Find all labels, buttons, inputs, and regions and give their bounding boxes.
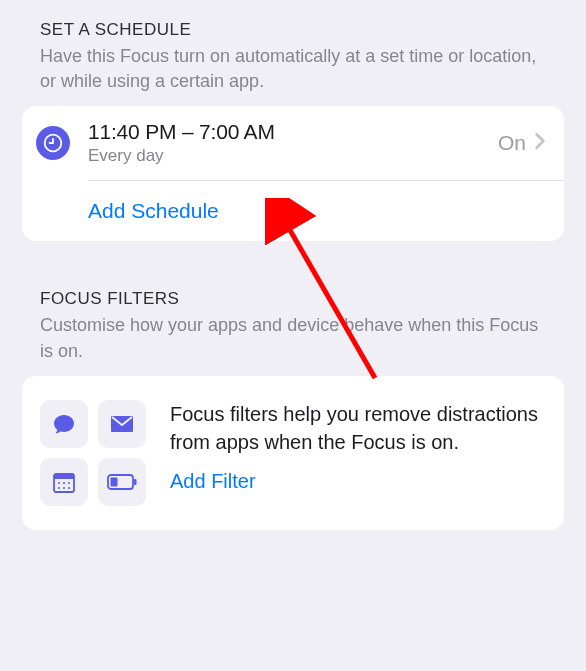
schedule-section-description: Have this Focus turn on automatically at… [40,44,546,94]
schedule-time-range: 11:40 PM – 7:00 AM [88,120,498,144]
schedule-section-header: SET A SCHEDULE Have this Focus turn on a… [22,20,564,94]
filters-section-header: FOCUS FILTERS Customise how your apps an… [22,289,564,363]
filters-card: Focus filters help you remove distractio… [22,376,564,530]
add-schedule-link: Add Schedule [88,199,219,222]
svg-point-5 [63,482,65,484]
schedule-info: 11:40 PM – 7:00 AM Every day [88,120,498,166]
svg-point-6 [68,482,70,484]
schedule-repeat: Every day [88,146,498,166]
schedule-card: 11:40 PM – 7:00 AM Every day On Add Sche… [22,106,564,241]
low-power-icon [98,458,146,506]
clock-icon [36,126,70,160]
messages-app-icon [40,400,88,448]
schedule-status: On [498,131,526,155]
calendar-app-icon [40,458,88,506]
filters-content: Focus filters help you remove distractio… [170,400,542,506]
mail-app-icon [98,400,146,448]
add-schedule-row[interactable]: Add Schedule [22,181,564,241]
svg-point-8 [63,487,65,489]
svg-rect-12 [111,477,118,486]
filter-apps-grid [40,400,146,506]
add-filter-link[interactable]: Add Filter [170,470,256,493]
schedule-section-title: SET A SCHEDULE [40,20,546,40]
chevron-right-icon [534,132,546,154]
svg-rect-3 [54,474,74,479]
filters-body-text: Focus filters help you remove distractio… [170,400,542,456]
svg-point-7 [58,487,60,489]
schedule-entry-row[interactable]: 11:40 PM – 7:00 AM Every day On [22,106,564,180]
svg-point-9 [68,487,70,489]
svg-rect-11 [134,479,137,485]
filters-section-description: Customise how your apps and device behav… [40,313,546,363]
svg-point-4 [58,482,60,484]
filters-section-title: FOCUS FILTERS [40,289,546,309]
